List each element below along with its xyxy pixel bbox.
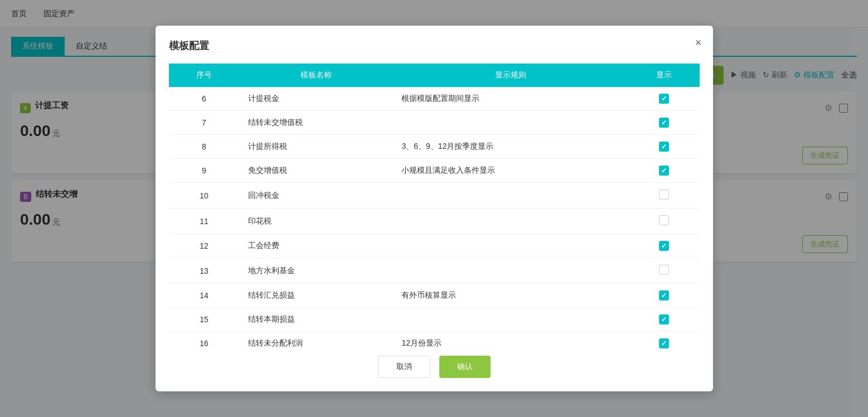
modal-footer: 取消 确认 [169, 356, 700, 378]
confirm-button[interactable]: 确认 [439, 356, 491, 378]
row-name-16: 结转未分配利润 [239, 332, 392, 354]
row-check-cell-13 [629, 258, 700, 284]
row-checkbox-16[interactable] [659, 338, 669, 348]
row-name-14: 结转汇兑损益 [239, 284, 392, 308]
row-name-6: 计提税金 [239, 87, 392, 111]
row-id-7: 7 [169, 111, 240, 135]
row-check-cell-12 [629, 234, 700, 258]
row-name-9: 免交增值税 [239, 159, 392, 183]
col-header-name: 模板名称 [239, 64, 392, 87]
row-rule-13 [392, 258, 628, 284]
row-rule-16: 12月份显示 [392, 332, 628, 354]
row-checkbox-9[interactable] [659, 166, 669, 176]
row-rule-15 [392, 308, 628, 332]
row-check-cell-8 [629, 135, 700, 159]
table-row: 12工会经费 [169, 234, 700, 258]
row-name-13: 地方水利基金 [239, 258, 392, 284]
row-check-cell-10 [629, 183, 700, 208]
row-name-10: 回冲税金 [239, 183, 392, 208]
row-checkbox-7[interactable] [659, 118, 669, 128]
row-check-cell-7 [629, 111, 700, 135]
table-row: 7结转未交增值税 [169, 111, 700, 135]
row-rule-11 [392, 208, 628, 234]
row-name-7: 结转未交增值税 [239, 111, 392, 135]
row-id-11: 11 [169, 208, 240, 234]
table-row: 8计提所得税3、6、9、12月按季度显示 [169, 135, 700, 159]
table-row: 10回冲税金 [169, 183, 700, 208]
cancel-button[interactable]: 取消 [378, 356, 430, 378]
row-checkbox-10[interactable] [659, 190, 669, 200]
row-check-cell-6 [629, 87, 700, 111]
row-id-10: 10 [169, 183, 240, 208]
col-header-rule: 显示规则 [392, 64, 628, 87]
row-check-cell-9 [629, 159, 700, 183]
row-rule-7 [392, 111, 628, 135]
row-checkbox-13[interactable] [659, 265, 669, 275]
table-header-row: 序号 模板名称 显示规则 显示 [169, 64, 700, 87]
row-name-15: 结转本期损益 [239, 308, 392, 332]
row-checkbox-14[interactable] [659, 290, 669, 300]
modal-close-button[interactable]: × [695, 37, 702, 48]
col-header-id: 序号 [169, 64, 240, 87]
row-checkbox-12[interactable] [659, 241, 669, 251]
row-check-cell-14 [629, 284, 700, 308]
row-rule-9: 小规模且满足收入条件显示 [392, 159, 628, 183]
row-rule-12 [392, 234, 628, 258]
modal-title: 模板配置 [169, 39, 700, 52]
row-rule-14: 有外币核算显示 [392, 284, 628, 308]
row-id-9: 9 [169, 159, 240, 183]
row-rule-10 [392, 183, 628, 208]
table-wrapper[interactable]: 序号 模板名称 显示规则 显示 6计提税金根据模版配置期间显示7结转未交增值税8… [169, 64, 700, 353]
modal-overlay: 模板配置 × 序号 模板名称 显示规则 显示 6计提税金根据模版配置期间显示7结… [0, 0, 868, 417]
row-id-14: 14 [169, 284, 240, 308]
col-header-show: 显示 [629, 64, 700, 87]
row-checkbox-15[interactable] [659, 314, 669, 324]
row-checkbox-8[interactable] [659, 142, 669, 152]
table-row: 6计提税金根据模版配置期间显示 [169, 87, 700, 111]
table-row: 13地方水利基金 [169, 258, 700, 284]
row-check-cell-11 [629, 208, 700, 234]
row-name-8: 计提所得税 [239, 135, 392, 159]
row-name-11: 印花税 [239, 208, 392, 234]
row-id-6: 6 [169, 87, 240, 111]
modal-template-config: 模板配置 × 序号 模板名称 显示规则 显示 6计提税金根据模版配置期间显示7结… [156, 26, 713, 391]
row-checkbox-6[interactable] [659, 94, 669, 104]
table-row: 14结转汇兑损益有外币核算显示 [169, 284, 700, 308]
row-id-13: 13 [169, 258, 240, 284]
row-id-15: 15 [169, 308, 240, 332]
row-check-cell-16 [629, 332, 700, 354]
row-check-cell-15 [629, 308, 700, 332]
row-id-12: 12 [169, 234, 240, 258]
row-rule-6: 根据模版配置期间显示 [392, 87, 628, 111]
row-id-16: 16 [169, 332, 240, 354]
table-row: 9免交增值税小规模且满足收入条件显示 [169, 159, 700, 183]
config-table: 序号 模板名称 显示规则 显示 6计提税金根据模版配置期间显示7结转未交增值税8… [169, 64, 700, 353]
row-checkbox-11[interactable] [659, 215, 669, 225]
row-rule-8: 3、6、9、12月按季度显示 [392, 135, 628, 159]
table-row: 11印花税 [169, 208, 700, 234]
row-id-8: 8 [169, 135, 240, 159]
table-row: 16结转未分配利润12月份显示 [169, 332, 700, 354]
table-row: 15结转本期损益 [169, 308, 700, 332]
row-name-12: 工会经费 [239, 234, 392, 258]
